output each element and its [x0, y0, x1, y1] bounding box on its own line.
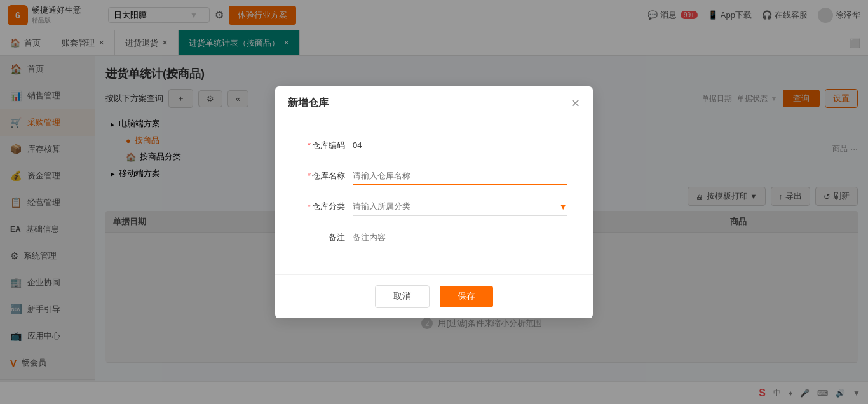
form-row-category: * 仓库分类 ▼	[301, 198, 567, 216]
category-label: * 仓库分类	[301, 201, 345, 212]
note-label: 备注	[301, 232, 345, 243]
code-input[interactable]	[353, 137, 567, 154]
cancel-button[interactable]: 取消	[375, 285, 430, 308]
new-warehouse-modal: 新增仓库 ✕ * 仓库编码 * 仓库名称	[275, 86, 593, 318]
category-arrow-icon[interactable]: ▼	[559, 201, 567, 212]
category-select[interactable]: ▼	[353, 198, 567, 216]
modal-body: * 仓库编码 * 仓库名称 * 仓库分类	[275, 121, 593, 274]
form-row-code: * 仓库编码	[301, 137, 567, 154]
modal-title: 新增仓库	[288, 97, 329, 110]
cat-required: *	[308, 202, 311, 212]
modal-header: 新增仓库 ✕	[275, 86, 593, 121]
modal-overlay: 新增仓库 ✕ * 仓库编码 * 仓库名称	[0, 0, 868, 404]
modal-close-btn[interactable]: ✕	[571, 97, 580, 111]
code-required: *	[308, 140, 311, 150]
name-input[interactable]	[353, 167, 567, 185]
category-input[interactable]	[353, 201, 559, 211]
code-label: * 仓库编码	[301, 140, 345, 151]
name-required: *	[308, 171, 311, 180]
note-input[interactable]	[353, 229, 567, 246]
save-button[interactable]: 保存	[440, 286, 493, 307]
form-row-name: * 仓库名称	[301, 167, 567, 185]
modal-footer: 取消 保存	[275, 274, 593, 318]
name-label: * 仓库名称	[301, 170, 345, 182]
form-row-note: 备注	[301, 229, 567, 246]
